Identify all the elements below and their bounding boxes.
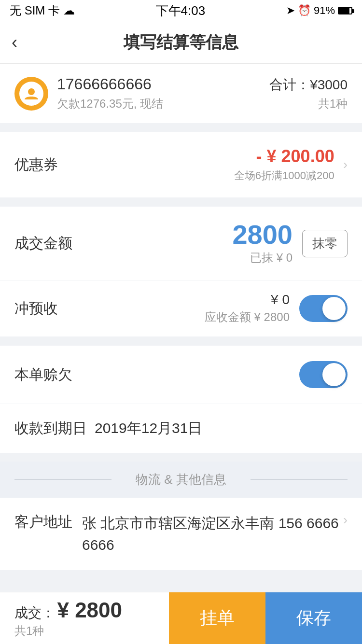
customer-right: 合计：¥3000 共1种	[269, 76, 348, 112]
chong-amount-block: ¥ 0 应收金额 ¥ 2800	[205, 292, 290, 325]
total-count: 共1种	[269, 96, 348, 112]
battery-percent: 91%	[314, 4, 335, 17]
deal-amount-right: 2800 已抹 ¥ 0 抹零	[232, 221, 348, 266]
bottom-count: 共1种	[14, 623, 154, 639]
chong-label: 冲预收	[14, 299, 58, 319]
divider-1	[0, 123, 362, 132]
bottom-deal-amount: ¥ 2800	[57, 598, 122, 622]
due-date-row: 收款到期日 2019年12月31日	[0, 404, 362, 453]
deal-amount-label: 成交金额	[14, 234, 72, 253]
total-amount: 合计：¥3000	[269, 76, 348, 94]
customer-phone: 17666666666	[57, 75, 163, 93]
avatar	[14, 77, 48, 111]
owe-label: 本单赊欠	[14, 365, 72, 385]
battery-icon	[338, 7, 352, 14]
bottom-info: 成交： ¥ 2800 共1种	[0, 598, 169, 639]
save-label: 保存	[296, 606, 331, 630]
address-value: 张 北京市市辖区海淀区永丰南 156 6666 6666	[82, 512, 339, 556]
customer-left: 17666666666 欠款1276.35元, 现结	[14, 75, 163, 112]
deal-amount-row: 成交金额 2800 已抹 ¥ 0 抹零	[0, 207, 362, 280]
customer-card: 17666666666 欠款1276.35元, 现结 合计：¥3000 共1种	[0, 64, 362, 123]
address-row[interactable]: 客户地址 张 北京市市辖区海淀区永丰南 156 6666 6666 ›	[0, 498, 362, 570]
deal-sub: 已抹 ¥ 0	[232, 250, 292, 266]
chong-toggle[interactable]	[299, 295, 348, 322]
status-left: 无 SIM 卡 ☁	[10, 3, 75, 18]
chong-right: ¥ 0 应收金额 ¥ 2800	[205, 292, 348, 325]
customer-info: 17666666666 欠款1276.35元, 现结	[57, 75, 163, 112]
owe-row: 本单赊欠	[0, 346, 362, 404]
customer-sub: 欠款1276.35元, 现结	[57, 96, 163, 112]
coupon-label: 优惠券	[14, 155, 58, 175]
status-bar: 无 SIM 卡 ☁ 下午4:03 ➤ ⏰ 91%	[0, 0, 362, 21]
section-divider-logistics: 物流 & 其他信息	[0, 462, 362, 498]
alarm-icon: ⏰	[298, 4, 311, 17]
hold-order-button[interactable]: 挂单	[169, 592, 265, 644]
divider-3	[0, 337, 362, 346]
content: 17666666666 欠款1276.35元, 现结 合计：¥3000 共1种 …	[0, 64, 362, 644]
coupon-right-block: - ¥ 200.00 全场6折满1000减200 ›	[234, 146, 348, 183]
bottom-deal-prefix: 成交：	[14, 605, 55, 620]
page-title: 填写结算等信息	[124, 31, 238, 54]
address-chevron-icon: ›	[343, 512, 348, 528]
coupon-info: - ¥ 200.00 全场6折满1000减200	[234, 146, 334, 183]
coupon-row[interactable]: 优惠券 - ¥ 200.00 全场6折满1000减200 ›	[0, 132, 362, 198]
status-time: 下午4:03	[156, 2, 206, 19]
toggle-knob	[322, 297, 346, 320]
bottom-deal-line: 成交： ¥ 2800	[14, 598, 154, 622]
divider-line-left	[14, 479, 111, 480]
divider-2	[0, 198, 362, 207]
address-label: 客户地址	[14, 512, 72, 532]
deal-number-block: 2800 已抹 ¥ 0	[232, 221, 292, 266]
nav-bar: ‹ 填写结算等信息	[0, 21, 362, 64]
divider-line-right	[251, 479, 348, 480]
svg-point-0	[28, 88, 35, 95]
owe-toggle-knob	[322, 363, 346, 386]
chevron-right-icon: ›	[343, 157, 348, 172]
avatar-icon	[19, 82, 43, 106]
round-zero-button[interactable]: 抹零	[302, 230, 348, 257]
section-divider-text: 物流 & 其他信息	[136, 471, 226, 488]
due-date-value: 2019年12月31日	[95, 419, 202, 438]
bottom-bar: 成交： ¥ 2800 共1种 挂单 保存	[0, 592, 362, 644]
back-button[interactable]: ‹	[12, 32, 17, 53]
navigation-icon: ➤	[286, 4, 295, 17]
deal-number: 2800	[232, 221, 292, 248]
save-button[interactable]: 保存	[265, 592, 362, 644]
status-right: ➤ ⏰ 91%	[286, 4, 352, 17]
owe-toggle[interactable]	[299, 361, 348, 388]
chong-precollect-row: 冲预收 ¥ 0 应收金额 ¥ 2800	[0, 280, 362, 337]
coupon-desc: 全场6折满1000减200	[234, 168, 334, 183]
divider-4	[0, 453, 362, 462]
hold-order-label: 挂单	[200, 606, 235, 630]
chong-sub: 应收金额 ¥ 2800	[205, 309, 290, 325]
due-date-label: 收款到期日	[14, 419, 87, 438]
chong-amount: ¥ 0	[205, 292, 290, 308]
coupon-amount: - ¥ 200.00	[234, 146, 334, 167]
